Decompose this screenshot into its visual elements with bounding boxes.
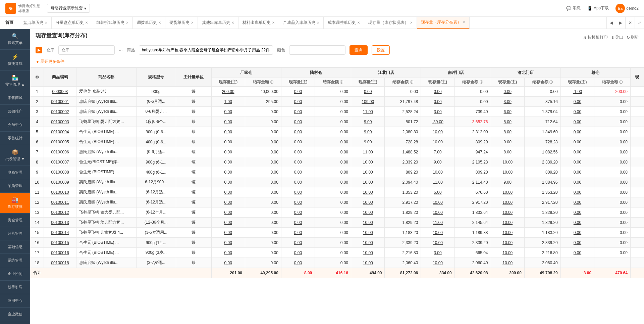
sidebar-item-retail-mgmt[interactable]: 🏪 零售管理 ▲: [0, 71, 30, 91]
row-code[interactable]: 00100007: [44, 157, 76, 167]
ellipsis-icon[interactable]: ···: [119, 47, 123, 53]
info-icon[interactable]: ⓘ: [340, 80, 343, 84]
row-lu-qty[interactable]: 0.00: [281, 218, 315, 228]
tab-2[interactable]: 分量盘点单历史 ✕: [52, 17, 92, 29]
close-icon[interactable]: ✕: [463, 20, 465, 24]
row-lu-qty[interactable]: 0.00: [281, 258, 315, 268]
app-download-btn[interactable]: 📱 App下载: [587, 5, 609, 11]
sidebar-item-guide[interactable]: 新手引导: [0, 281, 30, 294]
nav-expand-btn[interactable]: ⤢: [635, 17, 644, 29]
row-yb-qty[interactable]: 3.00: [491, 97, 524, 107]
row-fac-qty[interactable]: 0.00: [211, 228, 245, 238]
row-jb-qty[interactable]: 10.00: [351, 167, 385, 177]
row-yb-qty[interactable]: 8.00: [491, 127, 524, 137]
sidebar-item-wholesale[interactable]: 📦 批发管理 ▼: [0, 145, 30, 166]
row-zc-qty[interactable]: 0.00: [560, 177, 594, 187]
row-zc-qty[interactable]: [560, 258, 594, 268]
row-jb-qty[interactable]: 9.00: [351, 127, 385, 137]
row-yb-qty[interactable]: 10.00: [491, 248, 524, 258]
close-icon[interactable]: ✕: [231, 21, 234, 25]
row-jb-qty[interactable]: 10.00: [351, 177, 385, 187]
info-icon[interactable]: ⓘ: [410, 80, 413, 84]
row-zc-qty[interactable]: 0.00: [560, 127, 594, 137]
row-na-qty[interactable]: 10.00: [421, 197, 454, 207]
row-lu-qty[interactable]: 0.00: [281, 87, 315, 97]
row-code[interactable]: 00100009: [44, 177, 76, 187]
sidebar-item-member-plus[interactable]: 畅会员: [0, 321, 30, 324]
row-jb-qty[interactable]: 10.00: [351, 207, 385, 218]
user-profile[interactable]: Ea demo2: [615, 4, 639, 13]
tab-5[interactable]: 要货单历史 ✕: [165, 17, 198, 29]
row-lu-qty[interactable]: 0.00: [281, 187, 315, 197]
row-code[interactable]: 00100003: [44, 117, 76, 127]
row-na-qty[interactable]: 9.00: [421, 157, 454, 167]
row-lu-qty[interactable]: 0.00: [281, 157, 315, 167]
row-zc-qty[interactable]: 0.00: [560, 167, 594, 177]
refresh-btn[interactable]: ↻ 刷新: [627, 35, 639, 40]
row-yb-qty[interactable]: 10.00: [491, 238, 524, 248]
row-jb-qty[interactable]: 10.00: [351, 248, 385, 258]
sidebar-item-quicknav[interactable]: ⚡ 快捷导航: [0, 50, 30, 71]
row-zc-qty[interactable]: 0.00: [560, 228, 594, 238]
row-fac-qty[interactable]: 0.00: [211, 238, 245, 248]
row-lu-qty[interactable]: 0.00: [281, 137, 315, 147]
row-na-qty[interactable]: 0.00: [421, 87, 454, 97]
row-fac-qty[interactable]: 0.00: [211, 117, 245, 127]
row-na-qty[interactable]: 10.00: [421, 228, 454, 238]
row-lu-qty[interactable]: 0.00: [281, 107, 315, 117]
sidebar-item-retail-stats[interactable]: 零售统计: [0, 132, 30, 145]
tab-1[interactable]: 盘点单历史 ✕: [19, 17, 52, 29]
row-na-qty[interactable]: 10.00: [421, 258, 454, 268]
row-yb-qty[interactable]: 10.00: [491, 197, 524, 207]
row-na-qty[interactable]: 0.00: [421, 97, 454, 107]
row-code[interactable]: 00100008: [44, 167, 76, 177]
row-jb-qty[interactable]: 109.00: [351, 97, 385, 107]
tab-7[interactable]: 材料出库单历史 ✕: [238, 17, 279, 29]
row-zc-qty[interactable]: 0.00: [560, 197, 594, 207]
sidebar-item-search[interactable]: 🔍 搜索英单: [0, 29, 30, 50]
row-yb-qty[interactable]: 10.00: [491, 228, 524, 238]
warehouse-input[interactable]: [58, 45, 115, 55]
row-jb-qty[interactable]: 10.00: [351, 197, 385, 207]
row-yb-qty[interactable]: 8.00: [491, 117, 524, 127]
row-code[interactable]: 00100002: [44, 107, 76, 117]
row-jb-qty[interactable]: 10.00: [351, 187, 385, 197]
info-icon[interactable]: ⓘ: [549, 80, 553, 84]
row-code[interactable]: 00100014: [44, 228, 76, 238]
info-icon[interactable]: ⓘ: [480, 80, 483, 84]
row-yb-qty[interactable]: 10.00: [491, 258, 524, 268]
row-fac-qty[interactable]: 0.00: [211, 167, 245, 177]
sidebar-item-basic-info[interactable]: 基础信息: [0, 240, 30, 254]
close-icon[interactable]: ✕: [317, 21, 319, 25]
print-btn[interactable]: 🖨 按模板打印: [583, 35, 608, 40]
row-na-qty[interactable]: 3.00: [421, 248, 454, 258]
row-lu-qty[interactable]: 0.00: [281, 228, 315, 238]
row-code[interactable]: 00100013: [44, 218, 76, 228]
row-jb-qty[interactable]: 9.00: [351, 117, 385, 127]
row-yb-qty[interactable]: 6.00: [491, 107, 524, 117]
row-na-qty[interactable]: 10.00: [421, 137, 454, 147]
row-yb-qty[interactable]: 9.00: [491, 137, 524, 147]
sidebar-item-purchase[interactable]: 采购管理: [0, 179, 30, 193]
row-fac-qty[interactable]: 0.00: [211, 147, 245, 157]
row-lu-qty[interactable]: 0.00: [281, 167, 315, 177]
row-yb-qty[interactable]: 10.00: [491, 167, 524, 177]
row-na-qty[interactable]: 10.00: [421, 167, 454, 177]
tab-3[interactable]: 组装拆卸单历史 ✕: [92, 17, 133, 29]
row-zc-qty[interactable]: 0.00: [560, 107, 594, 117]
search-button[interactable]: 查询: [350, 45, 368, 55]
sidebar-item-collab[interactable]: 企业协同: [0, 267, 30, 281]
row-na-qty[interactable]: 11.00: [421, 218, 454, 228]
row-fac-qty[interactable]: 0.00: [211, 137, 245, 147]
row-zc-qty[interactable]: 0.00: [560, 207, 594, 218]
row-fac-qty[interactable]: 0.00: [211, 107, 245, 117]
row-lu-qty[interactable]: 0.00: [281, 177, 315, 187]
store-selector[interactable]: 母婴行业演示陈套 ▾: [47, 4, 90, 13]
sidebar-item-operations[interactable]: 经营管理: [0, 227, 30, 240]
row-na-qty[interactable]: 5.00: [421, 187, 454, 197]
close-icon[interactable]: ✕: [191, 21, 194, 25]
tab-4[interactable]: 调拨单历史 ✕: [133, 17, 165, 29]
sidebar-item-finance[interactable]: 资金管理: [0, 214, 30, 227]
row-lu-qty[interactable]: 0.00: [281, 238, 315, 248]
row-lu-qty[interactable]: 0.00: [281, 248, 315, 258]
